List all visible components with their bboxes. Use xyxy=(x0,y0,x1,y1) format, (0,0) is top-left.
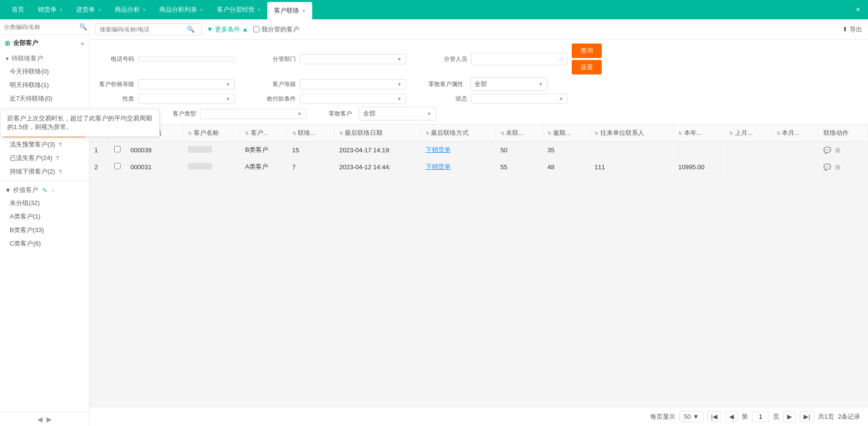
phone-input[interactable] xyxy=(138,57,235,61)
row-checkbox[interactable] xyxy=(114,146,121,152)
price-grade-select[interactable]: ▼ xyxy=(138,79,235,89)
contact-icon[interactable]: 💬 xyxy=(823,147,831,154)
tab-customer-contact[interactable]: 客户联络 × xyxy=(267,2,312,19)
action-icons[interactable]: 💬 ⊞ xyxy=(823,163,863,171)
cell-name xyxy=(183,142,240,159)
top-navigation: 首页 销货单 × 进货单 × 商品分析 × 商品分析列表 × 客户分层经营 × … xyxy=(0,0,868,19)
sidebar-item-a-class[interactable]: A类客户(1) xyxy=(0,210,89,223)
tab-purchase-order[interactable]: 进货单 × xyxy=(69,0,107,19)
cell-contact-count: 15 xyxy=(287,142,334,159)
first-page-button[interactable]: |◀ xyxy=(707,411,721,422)
col-last-contact-method[interactable]: ⇅ 最后联络方式 xyxy=(420,125,495,142)
page-size-select[interactable]: 50 ▼ xyxy=(679,411,703,422)
prev-page-button[interactable]: ◀ xyxy=(725,411,738,422)
customer-type-select[interactable]: ▼ xyxy=(200,109,306,119)
all-customers-header[interactable]: ⊞ 全部客户 « xyxy=(0,35,89,51)
sidebar-item-declining[interactable]: 持续下滑客户(2) ? xyxy=(0,165,89,178)
col-this-month[interactable]: ⇅ 本月... xyxy=(771,125,818,142)
contact-icon[interactable]: 💬 xyxy=(823,163,831,171)
retail-customer-select[interactable]: 全部 ▼ xyxy=(359,107,436,120)
settings-button[interactable]: 设置 xyxy=(572,60,602,74)
more-conditions-button[interactable]: ▼ 更多条件 ▲ xyxy=(207,25,248,34)
person-label: 分管人员 xyxy=(428,55,467,63)
cell-actions[interactable]: 💬 ⊞ xyxy=(818,159,868,176)
col-overdue[interactable]: ⇅ 逾期... xyxy=(542,125,589,142)
col-contact-count[interactable]: ⇅ 联络... xyxy=(287,125,334,142)
cell-last-contact-method[interactable]: 下销货单 xyxy=(420,159,495,176)
col-this-year[interactable]: ⇅ 本年... xyxy=(673,125,724,142)
sidebar-search-input[interactable] xyxy=(4,24,76,30)
arrow-right-icon[interactable]: ▶ xyxy=(46,415,52,423)
payment-select[interactable]: ▼ xyxy=(300,94,406,104)
search-input[interactable] xyxy=(100,26,187,33)
chevron-down-icon: ▼ xyxy=(226,96,230,102)
close-icon[interactable]: × xyxy=(60,7,62,13)
sidebar-item-b-class[interactable]: B类客户(33) xyxy=(0,223,89,237)
tab-product-analysis[interactable]: 商品分析 × xyxy=(108,0,152,19)
sidebar-item-today[interactable]: 今天待联络(0) xyxy=(0,65,89,78)
export-button[interactable]: ⬆ 导出 xyxy=(842,25,862,34)
dept-select[interactable]: ▼ xyxy=(300,54,406,64)
sort-icon9: ⇅ xyxy=(594,131,598,136)
col-last-month[interactable]: ⇅ 上月... xyxy=(724,125,771,142)
status-select[interactable]: ▼ xyxy=(471,94,568,104)
close-icon[interactable]: × xyxy=(143,7,146,13)
sidebar-search-bar[interactable]: 🔍 xyxy=(0,19,89,35)
search-box[interactable]: 🔍 xyxy=(95,23,202,35)
more-action-icon[interactable]: ⊞ xyxy=(835,147,840,154)
query-button[interactable]: 查询 xyxy=(572,44,602,58)
close-icon[interactable]: × xyxy=(98,7,101,13)
cell-checkbox[interactable] xyxy=(109,159,125,176)
cell-actions[interactable]: 💬 ⊞ xyxy=(818,142,868,159)
edit-icon[interactable]: ✎ xyxy=(42,187,47,194)
my-customer-checkbox[interactable]: 我分管的客户 xyxy=(253,25,299,34)
my-customer-check[interactable] xyxy=(253,26,259,32)
search-icon[interactable]: 🔍 xyxy=(79,23,87,30)
tab-home[interactable]: 首页 xyxy=(5,0,31,19)
col-customer-name[interactable]: ⇅ 客户名称 xyxy=(183,125,240,142)
tab-product-analysis-list[interactable]: 商品分析列表 × xyxy=(152,0,210,19)
next-page-button[interactable]: ▶ xyxy=(783,411,796,422)
close-icon[interactable]: × xyxy=(302,8,305,14)
cell-last-contact-method[interactable]: 下销货单 xyxy=(420,142,495,159)
customer-grade-select[interactable]: ▼ xyxy=(300,79,406,89)
row-checkbox[interactable] xyxy=(114,163,121,169)
tab-customer-layering[interactable]: 客户分层经营 × xyxy=(210,0,267,19)
last-page-button[interactable]: ▶| xyxy=(800,411,814,422)
page-number-input[interactable] xyxy=(752,411,769,422)
sidebar-item-tomorrow[interactable]: 明天待联络(1) xyxy=(0,78,89,92)
retail-attr-select[interactable]: 全部 ▼ xyxy=(470,77,548,91)
col-contact-person[interactable]: ⇅ 往来单位联系人 xyxy=(590,125,673,142)
pending-contact-group[interactable]: ▼ 待联络客户 xyxy=(0,51,89,65)
action-icons[interactable]: 💬 ⊞ xyxy=(823,147,863,154)
ellipsis-icon[interactable]: ··· xyxy=(558,55,563,63)
sidebar-item-lost-preview[interactable]: 流失预警客户(3) ? xyxy=(0,138,89,151)
sort-icon4: ⇅ xyxy=(292,131,296,136)
col-last-contact-date[interactable]: ⇅ 最后联络日期 xyxy=(334,125,420,142)
chevron-down-icon: ▼ xyxy=(397,96,402,102)
chevron-down-icon: ▼ xyxy=(559,96,563,102)
gender-select[interactable]: ▼ xyxy=(138,94,235,104)
arrow-left-icon[interactable]: ◀ xyxy=(37,415,43,423)
sidebar-item-already-lost[interactable]: 已流失客户(24) ? xyxy=(0,151,89,165)
close-icon[interactable]: × xyxy=(258,7,260,13)
divider2 xyxy=(0,180,89,181)
circle-icon[interactable]: ○ xyxy=(51,187,55,194)
status-label: 状态 xyxy=(428,95,467,103)
table-row: 1 000039 B类客户 15 2023-04-17 14:19: 下销货单 … xyxy=(90,142,868,159)
table-wrapper[interactable]: ⚙ ⇅ 客户编码 ⇅ 客户名称 xyxy=(90,125,868,407)
sort-icon12: ⇅ xyxy=(777,131,780,136)
sidebar-item-7days[interactable]: 近7天待联络(0) xyxy=(0,92,89,105)
more-action-icon[interactable]: ⊞ xyxy=(835,163,840,171)
window-close-button[interactable]: × xyxy=(856,5,860,14)
person-select[interactable]: ··· xyxy=(471,53,568,65)
col-customer-type[interactable]: ⇅ 客户... xyxy=(240,125,287,142)
tab-sales-order[interactable]: 销货单 × xyxy=(31,0,69,19)
sidebar-item-c-class[interactable]: C类客户(6) xyxy=(0,237,89,250)
collapse-icon[interactable]: « xyxy=(81,40,84,47)
cell-checkbox[interactable] xyxy=(109,142,125,159)
close-icon[interactable]: × xyxy=(200,7,203,13)
sidebar-item-ungrouped[interactable]: 未分组(32) xyxy=(0,196,89,210)
col-not-contacted[interactable]: ⇅ 未联... xyxy=(495,125,542,142)
search-icon[interactable]: 🔍 xyxy=(187,26,195,33)
